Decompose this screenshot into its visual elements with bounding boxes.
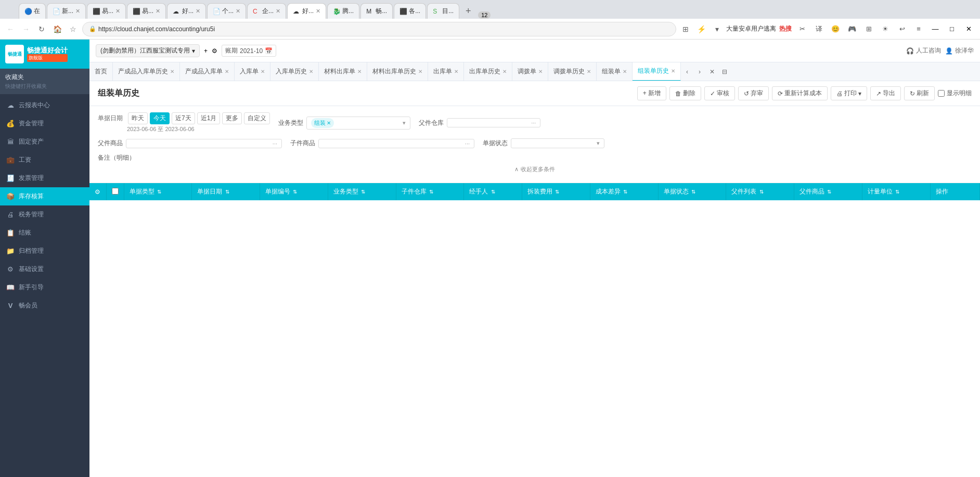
browser-tab-1[interactable]: 🔵 在 [19,3,46,19]
parent-goods-input[interactable]: ··· [126,139,282,148]
page-tab-home[interactable]: 首页 [89,62,113,81]
date-btn-today[interactable]: 今天 [150,112,170,124]
settings-btn[interactable]: ⚙ [212,47,217,55]
menu-tool[interactable]: ≡ [911,22,926,36]
sidebar-item-basic[interactable]: ⚙ 基础设置 [0,260,89,278]
audit-button[interactable]: ✓ 审核 [704,86,735,100]
qr-code-button[interactable]: ⊞ [679,23,692,35]
home-button[interactable]: 🏠 [51,23,63,35]
export-button[interactable]: ↗ 导出 [870,86,901,100]
page-tab-mat-out-hist[interactable]: 材料出库单历史 ✕ [367,62,428,81]
close-assemble[interactable]: ✕ [623,69,627,74]
close-mat-out-hist[interactable]: ✕ [418,69,422,74]
parent-warehouse-input[interactable]: ··· [447,118,540,127]
select-all-checkbox[interactable] [112,188,119,195]
browser-tab-11[interactable]: ⬛ 各... [394,3,426,19]
tab-nav-left[interactable]: ‹ [681,62,693,81]
favorites-sub[interactable]: 快捷键打开收藏夹 [5,83,84,90]
browser-tab-9[interactable]: 🐉 腾... [327,3,359,19]
page-tab-adjust-hist[interactable]: 调拨单历史 ✕ [548,62,597,81]
close-prod-in[interactable]: ✕ [225,69,229,74]
page-tab-prod-in-hist[interactable]: 产成品入库单历史 ✕ [113,62,180,81]
print-button[interactable]: 🖨 打印 ▾ [831,86,867,100]
browser-tab-12[interactable]: S 目... [427,3,459,19]
order-status-select[interactable]: ▾ [511,138,604,148]
new-tab-button[interactable]: + [460,3,476,19]
th-checkbox[interactable] [106,183,124,200]
page-tab-assemble-hist[interactable]: 组装单历史 ✕ [633,62,681,81]
back-button[interactable]: ← [4,23,17,35]
browser-tab-6[interactable]: 📄 个... ✕ [207,3,246,19]
bookmark-button[interactable]: ☆ [67,23,79,35]
show-detail-input[interactable] [938,90,945,97]
emoji-tool[interactable]: 😊 [828,22,843,36]
tab-nav-right[interactable]: › [693,62,706,81]
delete-button[interactable]: 🗑 删除 [669,86,701,100]
th-order-status[interactable]: 单据状态 ⇅ [658,183,726,200]
address-bar[interactable]: 🔒 https://cloud.chanjet.com/accounting/u… [82,22,676,36]
sidebar-item-guide[interactable]: 📖 新手引导 [0,278,89,296]
th-child-warehouse[interactable]: 子件仓库 ⇅ [396,183,464,200]
browser-tab-7[interactable]: C 企... ✕ [247,3,286,19]
tab-close-8[interactable]: ✕ [316,8,320,15]
user-btn[interactable]: 👤 徐泽华 [945,46,974,55]
browser-tab-4[interactable]: ⬛ 易... ✕ [127,3,166,19]
dropdown-button[interactable]: ▾ [711,23,723,35]
biz-type-tag-close[interactable]: ✕ [327,120,331,126]
tab-close-2[interactable]: ✕ [75,8,80,15]
close-out-hist[interactable]: ✕ [502,69,507,74]
date-btn-more[interactable]: 更多 [222,112,242,124]
grid-tool[interactable]: ⊞ [861,22,876,36]
lightning-button[interactable]: ⚡ [695,23,707,35]
browser-tab-2[interactable]: 📄 新... ✕ [47,3,86,19]
page-tab-adjust[interactable]: 调拨单 ✕ [512,62,548,81]
th-parent-list[interactable]: 父件列表 ⇅ [726,183,794,200]
child-goods-input[interactable]: ··· [318,139,474,148]
page-tab-assemble[interactable]: 组装单 ✕ [597,62,633,81]
close-prod-in-hist[interactable]: ✕ [170,69,174,74]
browser-tab-3[interactable]: ⬛ 易... ✕ [87,3,126,19]
browser-tab-5[interactable]: ☁ 好... ✕ [167,3,206,19]
th-order-date[interactable]: 单据日期 ⇅ [192,183,260,200]
date-btn-last7days[interactable]: 近7天 [172,112,195,124]
sidebar-item-cloud-report[interactable]: ☁ 云报表中心 [0,96,89,114]
show-detail-checkbox[interactable]: 显示明细 [938,89,972,98]
recalculate-button[interactable]: ⟳ 重新计算成本 [772,86,828,100]
brightness-tool[interactable]: ☀ [878,22,893,36]
tab-close-7[interactable]: ✕ [276,8,280,15]
refresh-button[interactable]: ↻ 刷新 [904,86,935,100]
th-handler[interactable]: 经手人 ⇅ [464,183,522,200]
tab-close-5[interactable]: ✕ [196,8,200,15]
biz-type-dropdown[interactable]: ▾ [403,120,406,126]
page-tab-prod-in[interactable]: 产成品入库单 ✕ [180,62,235,81]
tab-close-current[interactable]: ✕ [706,62,718,81]
sidebar-item-vip[interactable]: V 畅会员 [0,296,89,315]
tab-close-4[interactable]: ✕ [156,8,160,15]
sidebar-item-settlement[interactable]: 📋 结账 [0,224,89,242]
service-btn[interactable]: 🎧 人工咨询 [906,46,941,55]
tab-close-6[interactable]: ✕ [236,8,240,15]
close-out-order[interactable]: ✕ [454,69,458,74]
sidebar-item-inventory[interactable]: 📦 库存核算 [0,187,89,205]
close-in-order[interactable]: ✕ [261,69,265,74]
th-parent-goods[interactable]: 父件商品 ⇅ [794,183,862,200]
tab-count-badge[interactable]: 12 [478,11,491,19]
sidebar-item-tax[interactable]: 🖨 税务管理 [0,205,89,224]
th-biz-type[interactable]: 业务类型 ⇅ [328,183,396,200]
close-mat-out[interactable]: ✕ [357,69,362,74]
sidebar-item-archive[interactable]: 📁 归档管理 [0,242,89,260]
sidebar-favorites[interactable]: 收藏夹 快捷键打开收藏夹 [0,69,89,94]
add-company-btn[interactable]: + [204,47,208,55]
sidebar-item-salary[interactable]: 💼 工资 [0,151,89,169]
close-button[interactable]: ✕ [961,22,976,36]
date-btn-custom[interactable]: 自定义 [244,112,270,124]
maximize-button[interactable]: □ [945,22,959,36]
close-assemble-hist[interactable]: ✕ [671,68,675,74]
th-cost-diff[interactable]: 成本差异 ⇅ [590,183,658,200]
date-btn-yesterday[interactable]: 昨天 [128,112,148,124]
th-settings[interactable]: ⚙ [89,183,106,200]
game-tool[interactable]: 🎮 [845,22,859,36]
sidebar-item-fixed-assets[interactable]: 🏛 固定资产 [0,133,89,151]
browser-tab-10[interactable]: M 畅... [360,3,393,19]
translate-tool[interactable]: 译 [811,22,826,36]
